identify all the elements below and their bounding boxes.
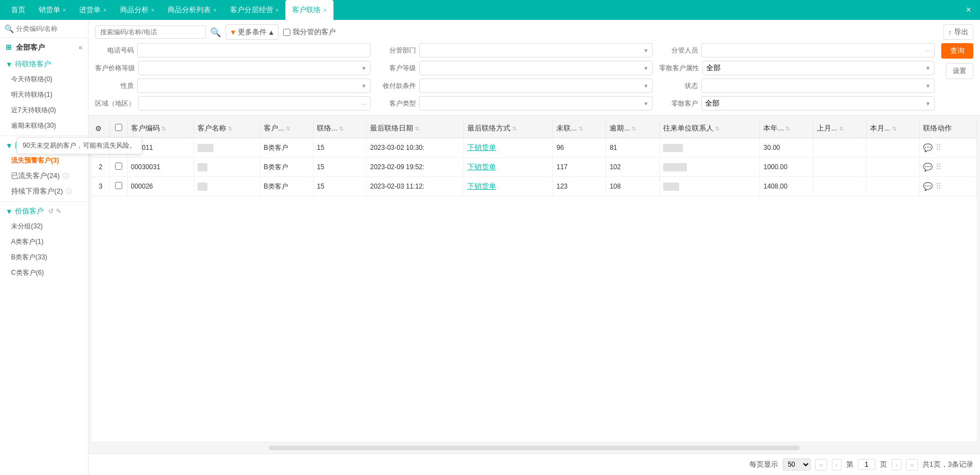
col-header-settings[interactable]: ⚙ bbox=[92, 119, 110, 138]
sidebar-item-ungrouped[interactable]: 未分组(32) bbox=[0, 218, 88, 234]
phone-input[interactable] bbox=[137, 43, 371, 58]
sort-code-icon[interactable]: ⇅ bbox=[161, 126, 166, 132]
sidebar-item-churn-warning[interactable]: 流失预警客户(3) bbox=[0, 153, 88, 168]
sidebar-collapse-button[interactable]: « bbox=[79, 44, 82, 51]
total-label: 共1页，3条记录 bbox=[922, 460, 973, 469]
row-3-method-link[interactable]: 下销货单 bbox=[467, 182, 496, 190]
main-search-button[interactable]: 🔍 bbox=[210, 27, 221, 38]
my-customers-checkbox-label[interactable]: 我分管的客户 bbox=[283, 27, 336, 37]
sort-overdue-icon[interactable]: ⇅ bbox=[632, 126, 636, 132]
col-header-check[interactable] bbox=[110, 119, 127, 138]
filter-gender-row: 性质 ▼ bbox=[95, 79, 371, 93]
first-page-button[interactable]: « bbox=[815, 459, 827, 471]
row-3-check[interactable] bbox=[110, 177, 127, 196]
main-search-input[interactable] bbox=[95, 25, 206, 39]
sort-contact-icon[interactable]: ⇅ bbox=[339, 126, 343, 132]
prev-page-button[interactable]: ‹ bbox=[832, 459, 842, 471]
tab-customer-contact[interactable]: 客户联络 × bbox=[285, 0, 333, 20]
row-2-more-icon[interactable]: ⠿ bbox=[936, 163, 941, 171]
sidebar-search-input[interactable] bbox=[16, 25, 88, 33]
region-label: 区域（地区） bbox=[95, 99, 135, 108]
retail-customer-select[interactable]: 全部 ▼ bbox=[701, 96, 935, 111]
last-page-button[interactable]: » bbox=[906, 459, 918, 471]
row-3-more-icon[interactable]: ⠿ bbox=[936, 182, 941, 191]
sidebar-item-already-churned[interactable]: 已流失客户(24) ⓘ bbox=[0, 168, 88, 184]
sidebar-group-pending-contact[interactable]: ▼ 待联络客户 bbox=[0, 57, 88, 71]
sidebar-item-class-a[interactable]: A类客户(1) bbox=[0, 234, 88, 249]
tab-product-list[interactable]: 商品分析列表 × bbox=[161, 0, 223, 20]
query-button[interactable]: 查询 bbox=[941, 43, 973, 59]
table-row: 2 00030031 B类客户 15 2023-02-09 19:52: 下销货… bbox=[92, 158, 977, 177]
row-1-more-icon[interactable]: ⠿ bbox=[936, 143, 941, 152]
row-2-last-method[interactable]: 下销货单 bbox=[463, 158, 552, 177]
sidebar-item-today-contact[interactable]: 今天待联络(0) bbox=[0, 71, 88, 87]
sort-last-method-icon[interactable]: ⇅ bbox=[512, 126, 517, 132]
my-customers-checkbox[interactable] bbox=[283, 29, 290, 36]
close-tab-customer-contact-icon[interactable]: × bbox=[323, 7, 326, 13]
filter-status-row: 状态 ▼ bbox=[659, 79, 935, 93]
close-tab-sales-icon[interactable]: × bbox=[62, 7, 66, 13]
col-header-this-year: 本年... ⇅ bbox=[760, 119, 813, 138]
sort-this-month-icon[interactable]: ⇅ bbox=[892, 126, 896, 132]
sidebar-item-declining[interactable]: 持续下滑客户(2) ⓘ bbox=[0, 184, 88, 199]
row-3-last-method[interactable]: 下销货单 bbox=[463, 177, 552, 196]
sidebar-item-7days-contact[interactable]: 近7天待联络(0) bbox=[0, 102, 88, 118]
sort-last-date-icon[interactable]: ⇅ bbox=[415, 126, 419, 132]
row-3-chat-icon[interactable]: 💬 bbox=[923, 182, 932, 191]
sidebar-item-class-c[interactable]: C类客户(6) bbox=[0, 265, 88, 280]
window-close-button[interactable]: × bbox=[962, 5, 976, 15]
chevron-up-icon: ▲ bbox=[268, 28, 275, 36]
gender-select[interactable]: ▼ bbox=[137, 79, 371, 93]
per-page-select[interactable]: 50 100 200 bbox=[783, 458, 811, 471]
retail-attr-select[interactable]: 全部 ▼ bbox=[702, 61, 935, 75]
tab-sales[interactable]: 销货单 × bbox=[32, 0, 72, 20]
row-2-checkbox[interactable] bbox=[115, 163, 122, 170]
row-2-method-link[interactable]: 下销货单 bbox=[467, 163, 496, 171]
region-select[interactable]: ··· bbox=[138, 96, 371, 111]
close-tab-product-list-icon[interactable]: × bbox=[213, 7, 216, 13]
next-page-button[interactable]: › bbox=[892, 459, 901, 471]
person-select[interactable]: ··· bbox=[701, 43, 935, 58]
filter-region-row: 区域（地区） ··· bbox=[95, 96, 371, 111]
table-body: 1 000011 B类客户 15 2023-03-02 10:30: 下销货单 bbox=[92, 138, 977, 196]
customer-type-select[interactable]: ▼ bbox=[419, 96, 653, 111]
tab-customer-tier[interactable]: 客户分层经营 × bbox=[223, 0, 285, 20]
sidebar-group-value-customers[interactable]: ▼ 价值客户 ↺ ✎ bbox=[0, 204, 88, 218]
tab-home[interactable]: 首页 bbox=[4, 0, 32, 20]
row-1-last-method[interactable]: 下销货单 bbox=[463, 138, 552, 158]
phone-label: 电话号码 bbox=[95, 46, 134, 55]
export-button[interactable]: ↑ 导出 bbox=[943, 24, 974, 40]
filter-right-buttons: 查询 设置 bbox=[939, 43, 973, 79]
row-2-chat-icon[interactable]: 💬 bbox=[923, 163, 932, 171]
sort-last-month-icon[interactable]: ⇅ bbox=[839, 126, 843, 132]
sort-type-icon[interactable]: ⇅ bbox=[286, 126, 290, 132]
tab-purchase[interactable]: 进货单 × bbox=[72, 0, 113, 20]
sort-this-year-icon[interactable]: ⇅ bbox=[785, 126, 790, 132]
close-tab-customer-tier-icon[interactable]: × bbox=[275, 7, 279, 13]
dept-select[interactable]: ▼ bbox=[419, 43, 653, 58]
row-3-overdue: 108 bbox=[606, 177, 659, 196]
sidebar-item-overdue-contact[interactable]: 逾期未联络(30) bbox=[0, 118, 88, 133]
page-number-input[interactable] bbox=[858, 459, 875, 470]
sort-unit-contact-icon[interactable]: ⇅ bbox=[715, 126, 720, 132]
status-select[interactable]: ▼ bbox=[701, 79, 935, 93]
sidebar-item-class-b[interactable]: B类客户(33) bbox=[0, 249, 88, 265]
sidebar-item-tomorrow-contact[interactable]: 明天待联络(1) bbox=[0, 87, 88, 102]
close-tab-product-analysis-icon[interactable]: × bbox=[151, 7, 154, 13]
close-tab-purchase-icon[interactable]: × bbox=[103, 7, 106, 13]
customer-level-select[interactable]: ▼ bbox=[419, 61, 653, 75]
retail-customer-arrow-icon: ▼ bbox=[925, 101, 931, 107]
more-conditions-button[interactable]: ▼ 更多条件 ▲ bbox=[226, 24, 279, 40]
row-1-method-link[interactable]: 下销货单 bbox=[467, 143, 496, 152]
payment-select[interactable]: ▼ bbox=[419, 79, 653, 93]
filter-retail-customer-row: 零散客户 全部 ▼ bbox=[659, 96, 935, 111]
sort-no-contact-icon[interactable]: ⇅ bbox=[578, 126, 583, 132]
price-level-select[interactable]: ▼ bbox=[138, 61, 371, 75]
row-2-check[interactable] bbox=[110, 158, 127, 177]
row-1-chat-icon[interactable]: 💬 bbox=[923, 143, 932, 152]
setting-button[interactable]: 设置 bbox=[946, 63, 973, 79]
sort-name-icon[interactable]: ⇅ bbox=[228, 126, 232, 132]
row-3-checkbox[interactable] bbox=[115, 182, 122, 189]
tab-product-analysis[interactable]: 商品分析 × bbox=[113, 0, 161, 20]
select-all-checkbox[interactable] bbox=[115, 124, 122, 131]
